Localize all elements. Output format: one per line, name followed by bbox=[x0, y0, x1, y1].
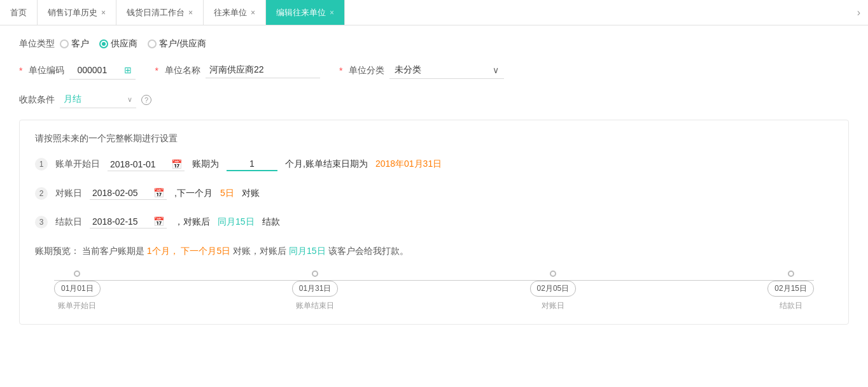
unit-class-label: 单位分类 bbox=[349, 65, 384, 76]
timeline-dot-1 bbox=[74, 271, 80, 277]
payment-date-suffix2: 结款 bbox=[262, 216, 280, 228]
reconciliation-suffix2: 对账 bbox=[242, 188, 260, 199]
unit-code-copy-icon[interactable]: ⊞ bbox=[124, 65, 132, 75]
tab-more-button[interactable]: › bbox=[850, 7, 868, 18]
unit-code-label: 单位编码 bbox=[29, 65, 64, 76]
timeline-dot-3 bbox=[550, 271, 556, 277]
reconciliation-row: 2 对账日 📅 ,下一个月 5日 对账 bbox=[35, 186, 833, 200]
unit-class-field: * 单位分类 未分类 ∨ bbox=[339, 62, 504, 79]
tab-partner-unit-close[interactable]: × bbox=[251, 8, 255, 17]
payment-date-wrap: 📅 bbox=[90, 215, 167, 229]
tab-cash-work[interactable]: 钱货日清工作台 × bbox=[116, 0, 204, 25]
radio-supplier-label: 供应商 bbox=[111, 38, 137, 50]
unit-class-value: 未分类 bbox=[395, 64, 421, 76]
unit-name-field: * 单位名称 bbox=[155, 62, 319, 78]
preview-label: 账期预览： bbox=[35, 246, 80, 256]
billing-start-date-input[interactable] bbox=[110, 159, 167, 169]
payment-date-row: 3 结款日 📅 ，对账后 同月15日 结款 bbox=[35, 215, 833, 229]
payment-terms-field: 收款条件 月结 ∨ ? bbox=[19, 91, 151, 108]
timeline-dot-4 bbox=[788, 271, 794, 277]
unit-class-chevron-icon: ∨ bbox=[493, 65, 499, 75]
radio-customer-supplier[interactable]: 客户/供应商 bbox=[148, 38, 206, 50]
timeline-desc-4: 结款日 bbox=[780, 300, 802, 311]
tab-cash-work-close[interactable]: × bbox=[188, 8, 193, 17]
timeline-node-2: 01月31日 账单结束日 bbox=[292, 271, 339, 311]
billing-start-calendar-icon[interactable]: 📅 bbox=[171, 159, 182, 169]
timeline-desc-1: 账单开始日 bbox=[58, 300, 96, 311]
timeline-badge-3: 02月05日 bbox=[530, 281, 577, 297]
tab-sales-history[interactable]: 销售订单历史 × bbox=[38, 0, 116, 25]
radio-supplier[interactable]: 供应商 bbox=[99, 38, 137, 50]
billing-start-label: 账单开始日 bbox=[55, 158, 100, 170]
payment-terms-value: 月结 bbox=[64, 94, 127, 105]
unit-class-required: * bbox=[339, 66, 342, 76]
unit-type-label: 单位类型 bbox=[19, 38, 55, 50]
unit-type-field: 单位类型 客户 供应商 客户/供应商 bbox=[19, 38, 206, 50]
billing-start-row: 1 账单开始日 📅 账期为 个月,账单结束日期为 2018年01月31日 bbox=[35, 157, 833, 171]
unit-info-row: * 单位编码 ⊞ * 单位名称 * 单位分类 未分类 ∨ bbox=[19, 61, 849, 80]
tab-edit-partner-close[interactable]: × bbox=[330, 8, 334, 17]
reconciliation-date-input[interactable] bbox=[92, 188, 150, 198]
preview-reconcile-highlight: 下一个月5日 bbox=[181, 246, 230, 256]
radio-customer-circle bbox=[60, 39, 69, 48]
reconciliation-label: 对账日 bbox=[55, 188, 82, 199]
main-content: 单位类型 客户 供应商 客户/供应商 * 单位编码 bbox=[0, 25, 868, 387]
tab-sales-history-label: 销售订单历史 bbox=[48, 7, 97, 18]
preview-section: 账期预览： 当前客户账期是 1个月， 下一个月5日 对账，对账后 同月15日 该… bbox=[35, 244, 833, 258]
tab-partner-unit-label: 往来单位 bbox=[214, 7, 247, 18]
unit-name-required: * bbox=[155, 66, 158, 76]
billing-start-date-wrap: 📅 bbox=[108, 158, 185, 171]
payment-date-suffix1: ，对账后 bbox=[174, 216, 210, 228]
payment-date-input[interactable] bbox=[92, 216, 150, 227]
radio-customer[interactable]: 客户 bbox=[60, 38, 89, 50]
payment-terms-help-icon[interactable]: ? bbox=[141, 95, 151, 105]
timeline-badge-1: 01月01日 bbox=[54, 281, 101, 297]
tab-sales-history-close[interactable]: × bbox=[101, 8, 106, 17]
tab-cash-work-label: 钱货日清工作台 bbox=[127, 7, 185, 18]
preview-period-highlight: 1个月， bbox=[147, 246, 179, 256]
unit-class-dropdown[interactable]: 未分类 ∨ bbox=[389, 62, 504, 79]
reconciliation-suffix1: ,下一个月 bbox=[174, 188, 213, 199]
tab-home-label: 首页 bbox=[10, 7, 27, 18]
preview-text-1: 当前客户账期是 bbox=[82, 246, 144, 256]
radio-customer-label: 客户 bbox=[71, 38, 89, 50]
payment-date-calendar-icon[interactable]: 📅 bbox=[153, 216, 164, 227]
reconciliation-calendar-icon[interactable]: 📅 bbox=[153, 188, 164, 198]
preview-text-3: 该客户会给我打款。 bbox=[328, 246, 409, 256]
radio-customer-supplier-circle bbox=[148, 39, 157, 48]
timeline-section: 01月01日 账单开始日 01月31日 账单结束日 02月05日 对账日 02月… bbox=[35, 271, 833, 311]
preview-payment-highlight: 同月15日 bbox=[289, 246, 326, 256]
payment-date-label: 结款日 bbox=[55, 216, 82, 228]
payment-date-index: 3 bbox=[35, 216, 48, 229]
timeline-line bbox=[54, 280, 814, 281]
billing-start-index: 1 bbox=[35, 158, 48, 171]
tab-partner-unit[interactable]: 往来单位 × bbox=[204, 0, 266, 25]
unit-code-input[interactable] bbox=[73, 62, 124, 78]
panel-instruction: 请按照未来的一个完整帐期进行设置 bbox=[35, 133, 833, 144]
billing-end-date-highlight: 2018年01月31日 bbox=[375, 158, 442, 170]
tab-edit-partner-label: 编辑往来单位 bbox=[276, 7, 326, 18]
reconciliation-index: 2 bbox=[35, 187, 48, 200]
timeline-node-4: 02月15日 结款日 bbox=[767, 271, 814, 311]
tab-bar: 首页 销售订单历史 × 钱货日清工作台 × 往来单位 × 编辑往来单位 × › bbox=[0, 0, 868, 25]
settings-panel: 请按照未来的一个完整帐期进行设置 1 账单开始日 📅 账期为 个月,账单结束日期… bbox=[19, 120, 849, 325]
timeline-node-3: 02月05日 对账日 bbox=[530, 271, 577, 311]
timeline-badge-4: 02月15日 bbox=[767, 281, 814, 297]
unit-name-input[interactable] bbox=[206, 62, 320, 78]
billing-period-input[interactable] bbox=[227, 157, 277, 171]
tab-edit-partner[interactable]: 编辑往来单位 × bbox=[266, 0, 345, 25]
payment-terms-chevron-icon: ∨ bbox=[127, 95, 132, 104]
unit-type-radio-group: 客户 供应商 客户/供应商 bbox=[60, 38, 206, 50]
timeline-nodes: 01月01日 账单开始日 01月31日 账单结束日 02月05日 对账日 02月… bbox=[54, 271, 814, 311]
timeline-dot-2 bbox=[312, 271, 318, 277]
payment-terms-row: 收款条件 月结 ∨ ? bbox=[19, 91, 849, 108]
unit-code-required: * bbox=[19, 66, 22, 76]
reconciliation-day-highlight: 5日 bbox=[220, 188, 234, 199]
tab-home[interactable]: 首页 bbox=[0, 0, 38, 25]
payment-terms-dropdown[interactable]: 月结 ∨ bbox=[60, 91, 136, 108]
timeline-desc-3: 对账日 bbox=[542, 300, 564, 311]
timeline-desc-2: 账单结束日 bbox=[296, 300, 334, 311]
timeline-node-1: 01月01日 账单开始日 bbox=[54, 271, 101, 311]
reconciliation-date-wrap: 📅 bbox=[90, 186, 167, 200]
unit-name-label: 单位名称 bbox=[165, 65, 200, 76]
